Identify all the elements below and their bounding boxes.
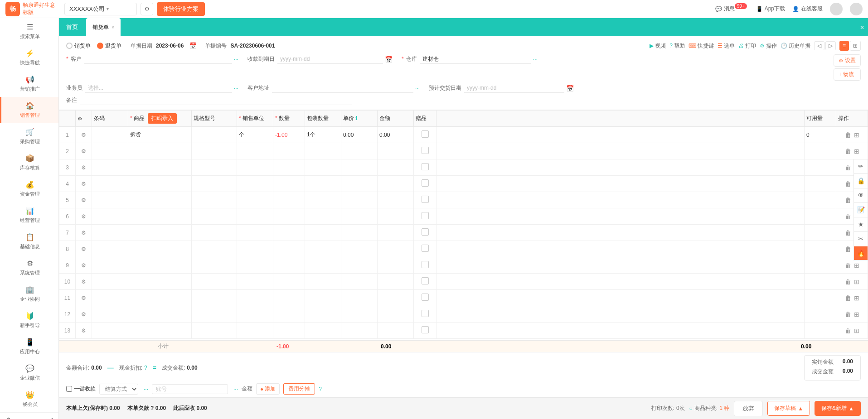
- row-delete-btn-5[interactable]: 🗑: [845, 197, 851, 204]
- row-unit-7[interactable]: [237, 225, 273, 241]
- row-pkgqty-4[interactable]: [305, 176, 341, 192]
- row-spec-2[interactable]: [192, 143, 237, 159]
- trial-button[interactable]: 体验行业方案: [157, 2, 205, 16]
- customer-addr-input[interactable]: [272, 83, 413, 93]
- sidebar-item-operations[interactable]: 📊 经营管理: [0, 202, 58, 228]
- row-delete-btn-3[interactable]: 🗑: [845, 164, 851, 171]
- salesperson-input[interactable]: [85, 83, 232, 93]
- history-action[interactable]: 🕐 历史单据: [781, 42, 810, 50]
- gift-checkbox-4[interactable]: [422, 179, 429, 187]
- row-setting-5[interactable]: ⚙: [76, 192, 92, 208]
- row-amount-2[interactable]: [378, 143, 414, 159]
- one-click-checkbox[interactable]: [66, 386, 72, 392]
- row-amount-5[interactable]: [378, 192, 414, 208]
- row-spec-8[interactable]: [192, 241, 237, 257]
- scan-button[interactable]: 扫码录入: [148, 113, 177, 124]
- sidebar-item-marketing[interactable]: 📢 营销推广: [0, 71, 58, 97]
- row-price-13[interactable]: [341, 323, 378, 339]
- row-gift-2[interactable]: [414, 143, 436, 159]
- row-spec-5[interactable]: [192, 192, 237, 208]
- row-unit-6[interactable]: [237, 208, 273, 225]
- row-qty-6[interactable]: [273, 208, 305, 225]
- row-copy-btn-1[interactable]: ⊞: [854, 131, 859, 139]
- account-input[interactable]: [152, 384, 228, 394]
- due-date-input[interactable]: [277, 54, 383, 64]
- sidebar-item-quick-nav[interactable]: ⚡ 快捷导航: [0, 44, 58, 71]
- sidebar-item-member[interactable]: 👑 畅会员: [0, 386, 58, 412]
- row-amount-3[interactable]: [378, 159, 414, 176]
- row-goods-10[interactable]: [128, 274, 192, 290]
- row-qty-5[interactable]: [273, 192, 305, 208]
- row-barcode-4[interactable]: [92, 176, 128, 192]
- expected-date-input[interactable]: [464, 83, 564, 93]
- row-setting-6[interactable]: ⚙: [76, 208, 92, 225]
- discount-help-icon[interactable]: ?: [144, 365, 147, 371]
- row-price-6[interactable]: [341, 208, 378, 225]
- row-barcode-9[interactable]: [92, 257, 128, 274]
- grid-view-button[interactable]: ⊞: [850, 41, 861, 51]
- close-window-icon[interactable]: ✕: [860, 24, 864, 31]
- sidebar-item-finance[interactable]: 💰 资金管理: [0, 176, 58, 202]
- row-spec-1[interactable]: [192, 127, 237, 143]
- row-unit-13[interactable]: [237, 323, 273, 339]
- row-qty-12[interactable]: [273, 306, 305, 323]
- row-barcode-5[interactable]: [92, 192, 128, 208]
- help-action[interactable]: ? 帮助: [669, 42, 685, 50]
- row-barcode-2[interactable]: [92, 143, 128, 159]
- float-star-button[interactable]: ★: [853, 217, 868, 231]
- gift-checkbox-10[interactable]: [422, 277, 429, 284]
- row-price-7[interactable]: [341, 225, 378, 241]
- row-gift-4[interactable]: [414, 176, 436, 192]
- row-delete-btn-1[interactable]: 🗑: [845, 131, 851, 139]
- row-pkgqty-2[interactable]: [305, 143, 341, 159]
- row-barcode-3[interactable]: [92, 159, 128, 176]
- row-gift-11[interactable]: [414, 290, 436, 306]
- row-copy-btn-2[interactable]: ⊞: [854, 148, 859, 155]
- row-unit-11[interactable]: [237, 290, 273, 306]
- row-delete-btn-8[interactable]: 🗑: [845, 246, 851, 253]
- row-goods-13[interactable]: [128, 323, 192, 339]
- row-gift-6[interactable]: [414, 208, 436, 225]
- customer-addr-dots-icon[interactable]: ···: [413, 85, 420, 92]
- row-spec-4[interactable]: [192, 176, 237, 192]
- radio-return[interactable]: 退货单: [97, 42, 121, 50]
- row-pkgqty-3[interactable]: [305, 159, 341, 176]
- row-qty-2[interactable]: [273, 143, 305, 159]
- row-qty-8[interactable]: [273, 241, 305, 257]
- online-service-button[interactable]: 👤 在线客服: [792, 5, 823, 13]
- row-qty-11[interactable]: [273, 290, 305, 306]
- abandon-button[interactable]: 放弃: [734, 401, 763, 416]
- row-setting-2[interactable]: ⚙: [76, 143, 92, 159]
- row-pkgqty-1[interactable]: 1个: [305, 127, 341, 143]
- row-amount-12[interactable]: [378, 306, 414, 323]
- row-barcode-1[interactable]: [92, 127, 128, 143]
- row-setting-1[interactable]: ⚙: [76, 127, 92, 143]
- row-barcode-12[interactable]: [92, 306, 128, 323]
- row-pkgqty-10[interactable]: [305, 274, 341, 290]
- row-spec-3[interactable]: [192, 159, 237, 176]
- row-pkgqty-8[interactable]: [305, 241, 341, 257]
- row-copy-btn-10[interactable]: ⊞: [854, 278, 859, 285]
- settings-button[interactable]: ⚙ 设置: [834, 54, 861, 67]
- sidebar-item-app-center[interactable]: 📱 应用中心: [0, 333, 58, 360]
- row-gift-7[interactable]: [414, 225, 436, 241]
- row-delete-btn-13[interactable]: 🗑: [845, 327, 851, 334]
- row-price-11[interactable]: [341, 290, 378, 306]
- row-goods-6[interactable]: [128, 208, 192, 225]
- row-amount-10[interactable]: [378, 274, 414, 290]
- row-copy-btn-11[interactable]: ⊞: [854, 294, 859, 302]
- row-pkgqty-13[interactable]: [305, 323, 341, 339]
- row-goods-2[interactable]: [128, 143, 192, 159]
- select-action[interactable]: ☰ 选单: [718, 42, 735, 50]
- row-pkgqty-9[interactable]: [305, 257, 341, 274]
- list-view-button[interactable]: ≡: [839, 41, 849, 51]
- sidebar-item-search-order[interactable]: ☰ 搜索菜单: [0, 18, 58, 44]
- salesperson-dots-icon[interactable]: ···: [232, 85, 238, 92]
- float-cut-button[interactable]: ✂: [853, 231, 868, 246]
- row-amount-8[interactable]: [378, 241, 414, 257]
- row-price-8[interactable]: [341, 241, 378, 257]
- row-qty-1[interactable]: -1.00: [273, 127, 305, 143]
- row-barcode-7[interactable]: [92, 225, 128, 241]
- row-copy-btn-13[interactable]: ⊞: [854, 327, 859, 334]
- save-draft-button[interactable]: 保存草稿 ▲: [768, 401, 810, 415]
